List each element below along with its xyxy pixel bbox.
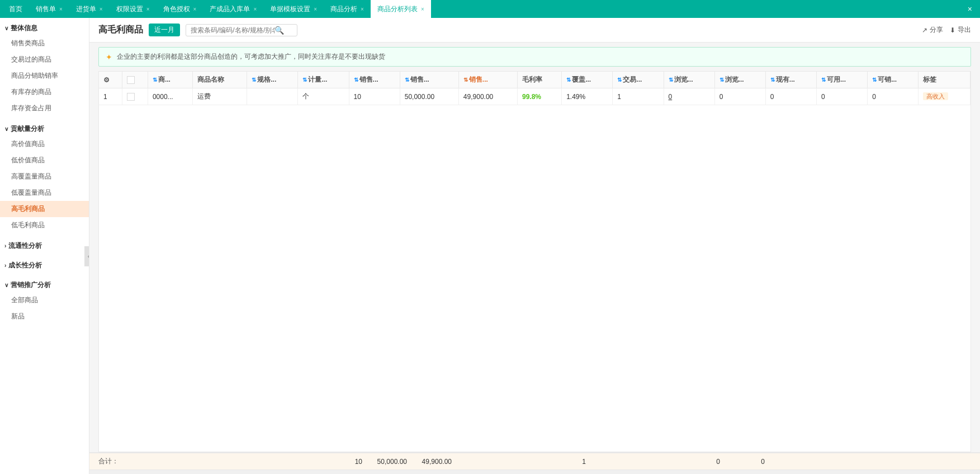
cell-coverage: 1.49% — [562, 88, 613, 105]
nav-sales-close[interactable]: × — [59, 6, 63, 12]
col-available[interactable]: ⇅可用... — [816, 72, 867, 88]
nav-role-close[interactable]: × — [193, 6, 197, 12]
cell-index: 1 — [99, 88, 122, 105]
bottom-scrollbar[interactable] — [89, 470, 980, 474]
cell-browse1[interactable]: 0 — [664, 88, 714, 105]
group-growth-arrow: › — [4, 262, 6, 269]
group-growth-label: 成长性分析 — [8, 261, 42, 270]
group-overall-label: 整体信息 — [11, 24, 37, 33]
cell-transaction: 1 — [613, 88, 664, 105]
cell-browse2: 0 — [714, 88, 765, 105]
nav-purchase-close[interactable]: × — [100, 6, 103, 12]
footer-label: 合计： — [98, 457, 132, 466]
sidebar-item-all-goods[interactable]: 全部商品 — [0, 292, 89, 308]
cell-name: 运费 — [193, 88, 247, 105]
sidebar-item-distribution-rate[interactable]: 商品分销助销率 — [0, 68, 89, 84]
cell-sellable: 0 — [868, 88, 919, 105]
sidebar-collapse-button[interactable]: « — [84, 246, 89, 266]
header-checkbox[interactable] — [127, 76, 135, 84]
share-icon: ↗ — [922, 26, 927, 34]
group-marketing-arrow: ∨ — [4, 282, 8, 288]
sidebar-group-liquidity-title[interactable]: › 流通性分析 — [0, 238, 89, 253]
sidebar-item-low-margin[interactable]: 低毛利商品 — [0, 217, 89, 233]
sidebar-group-contribution-title[interactable]: ∨ 贡献量分析 — [0, 121, 89, 136]
sidebar-group-marketing-title[interactable]: ∨ 营销推广分析 — [0, 277, 89, 292]
nav-purchase[interactable]: 进货单 × — [69, 0, 110, 18]
sidebar-group-contribution: ∨ 贡献量分析 高价值商品 低价值商品 高覆盖量商品 低覆盖量商品 高毛利商品 … — [0, 119, 89, 236]
cell-unit: 个 — [298, 88, 349, 105]
sidebar-item-high-value[interactable]: 高价值商品 — [0, 136, 89, 152]
sidebar-group-growth-title[interactable]: › 成长性分析 — [0, 257, 89, 273]
export-button[interactable]: ⬇ 导出 — [950, 25, 971, 35]
col-transaction[interactable]: ⇅交易... — [613, 72, 664, 88]
table-container[interactable]: ⚙ ⇅商... 商品名称 ⇅规格... ⇅计量... ⇅销售... ⇅销售...… — [98, 71, 971, 452]
info-icon: ✦ — [106, 53, 112, 62]
cell-stock: 0 — [765, 88, 816, 105]
sidebar-item-new-goods[interactable]: 新品 — [0, 308, 89, 325]
nav-product-entry[interactable]: 产成品入库单 × — [203, 0, 263, 18]
info-banner-text: 企业的主要的利润都是这部分商品创造的，可考虑加大推广，同时关注库存是不要出现缺货 — [117, 52, 385, 62]
cell-code[interactable]: 0000... — [148, 88, 192, 105]
share-button[interactable]: ↗ 分享 — [922, 25, 943, 35]
nav-analysis-close[interactable]: × — [361, 6, 364, 12]
footer-transaction: 1 — [546, 458, 590, 466]
share-label: 分享 — [930, 25, 943, 35]
sidebar-group-overall-title[interactable]: ∨ 整体信息 — [0, 20, 89, 35]
col-sales1[interactable]: ⇅销售... — [349, 72, 400, 88]
nav-sales-label: 销售单 — [36, 4, 56, 14]
header-actions: ↗ 分享 ⬇ 导出 — [922, 25, 971, 35]
col-gross-rate: 毛利率 — [518, 72, 562, 88]
sidebar-item-sales-goods[interactable]: 销售类商品 — [0, 35, 89, 51]
footer-total: 合计： 10 50,000.00 49,900.00 1 0 0 — [89, 452, 980, 470]
nav-purchase-label: 进货单 — [76, 4, 96, 14]
nav-home[interactable]: 首页 — [2, 0, 29, 18]
col-browse1[interactable]: ⇅浏览... — [664, 72, 714, 88]
nav-permission-close[interactable]: × — [146, 6, 150, 12]
col-spec[interactable]: ⇅规格... — [247, 72, 298, 88]
nav-template-close[interactable]: × — [314, 6, 317, 12]
sidebar-group-marketing: ∨ 营销推广分析 全部商品 新品 — [0, 275, 89, 327]
nav-template[interactable]: 单据模板设置 × — [263, 0, 324, 18]
filter-recent-month-button[interactable]: 近一月 — [149, 24, 180, 36]
nav-analysis-list[interactable]: 商品分析列表 × — [371, 0, 431, 18]
col-sales3[interactable]: ⇅销售... — [458, 72, 517, 88]
nav-analysis[interactable]: 商品分析 × — [324, 0, 371, 18]
sidebar-group-overall: ∨ 整体信息 销售类商品 交易过的商品 商品分销助销率 有库存的商品 库存资金占… — [0, 18, 89, 119]
col-sales2[interactable]: ⇅销售... — [400, 72, 458, 88]
sidebar-item-low-coverage[interactable]: 低覆盖量商品 — [0, 185, 89, 201]
col-coverage[interactable]: ⇅覆盖... — [562, 72, 613, 88]
nav-sales[interactable]: 销售单 × — [29, 0, 69, 18]
nav-permission[interactable]: 权限设置 × — [110, 0, 157, 18]
nav-role[interactable]: 角色授权 × — [157, 0, 203, 18]
browse1-link[interactable]: 0 — [669, 93, 673, 101]
sidebar-item-in-stock[interactable]: 有库存的商品 — [0, 84, 89, 100]
col-settings[interactable]: ⚙ — [99, 72, 122, 88]
window-close-button[interactable]: × — [962, 4, 978, 13]
row-checkbox[interactable] — [127, 93, 135, 101]
col-unit[interactable]: ⇅计量... — [298, 72, 349, 88]
sidebar-item-high-coverage[interactable]: 高覆盖量商品 — [0, 168, 89, 185]
nav-product-entry-close[interactable]: × — [253, 6, 257, 12]
footer-stock: 0 — [680, 458, 725, 466]
page-title: 高毛利商品 — [98, 24, 143, 36]
col-tag: 标签 — [919, 72, 970, 88]
cell-spec — [247, 88, 298, 105]
cell-tag: 高收入 — [919, 88, 970, 105]
nav-analysis-list-close[interactable]: × — [421, 6, 424, 12]
sidebar-item-low-value[interactable]: 低价值商品 — [0, 152, 89, 168]
col-stock[interactable]: ⇅现有... — [765, 72, 816, 88]
info-banner: ✦ 企业的主要的利润都是这部分商品创造的，可考虑加大推广，同时关注库存是不要出现… — [98, 47, 971, 67]
group-liquidity-label: 流通性分析 — [8, 241, 42, 251]
search-input[interactable] — [191, 26, 274, 34]
col-browse2[interactable]: ⇅浏览... — [714, 72, 765, 88]
col-sellable[interactable]: ⇅可销... — [868, 72, 919, 88]
sidebar-item-traded-goods[interactable]: 交易过的商品 — [0, 51, 89, 68]
table-row: 1 0000... 运费 个 10 50,000.00 49,900.00 99… — [99, 88, 970, 105]
search-icon[interactable]: 🔍 — [274, 26, 284, 35]
group-marketing-label: 营销推广分析 — [11, 280, 51, 290]
sidebar-item-stock-capital[interactable]: 库存资金占用 — [0, 100, 89, 116]
sidebar-item-high-margin[interactable]: 高毛利商品 — [0, 201, 89, 217]
col-code[interactable]: ⇅商... — [148, 72, 192, 88]
nav-role-label: 角色授权 — [163, 4, 190, 14]
gross-rate-value: 99.8% — [522, 93, 541, 101]
